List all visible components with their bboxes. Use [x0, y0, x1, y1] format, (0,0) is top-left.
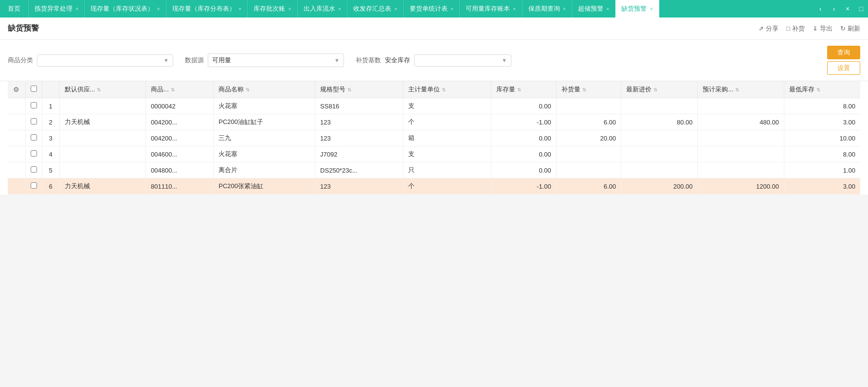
tab-nav-prev[interactable]: ‹	[814, 0, 827, 18]
tab-label: 收发存汇总表	[353, 4, 391, 13]
tab-collect-summary[interactable]: 收发存汇总表 ×	[347, 0, 403, 18]
sort-icon: ⇅	[653, 87, 657, 92]
th-stock-label: 库存量	[496, 85, 515, 94]
category-select[interactable]: ▼	[37, 54, 173, 67]
tab-close-icon[interactable]: ×	[650, 6, 652, 12]
td-unit: 箱	[403, 130, 491, 146]
tab-label: 保质期查询	[528, 4, 560, 13]
td-product-code: 801110...	[146, 178, 214, 194]
td-unit: 只	[403, 162, 491, 178]
tab-close-icon[interactable]: ×	[394, 6, 397, 12]
tab-close-icon[interactable]: ×	[238, 6, 241, 12]
tab-overstock[interactable]: 超储预警 ×	[572, 0, 615, 18]
th-unit[interactable]: 主计量单位 ⇅	[403, 81, 491, 98]
th-product-code[interactable]: 商品... ⇅	[146, 81, 214, 98]
home-tab-label: 首页	[8, 4, 20, 13]
td-min-stock: 3.00	[784, 114, 860, 130]
row-checkbox[interactable]	[31, 134, 37, 141]
sort-icon: ⇅	[171, 87, 175, 92]
tab-close-icon[interactable]: ×	[606, 6, 609, 12]
refresh-button[interactable]: ↻ 刷新	[840, 24, 860, 33]
td-replenish: 6.00	[556, 178, 621, 194]
category-dropdown-icon: ▼	[163, 57, 169, 63]
share-icon: ⇗	[759, 25, 764, 32]
th-supplier[interactable]: 默认供应... ⇅	[59, 81, 146, 98]
td-replenish: 6.00	[556, 114, 621, 130]
sort-icon: ⇅	[97, 87, 101, 92]
th-min-stock[interactable]: 最低库存 ⇅	[784, 81, 860, 98]
td-replenish	[556, 162, 621, 178]
row-checkbox[interactable]	[31, 118, 37, 124]
tab-inventory-dist[interactable]: 现存量（库存分布表） ×	[166, 0, 248, 18]
row-checkbox[interactable]	[31, 166, 37, 173]
td-product-code: 004800...	[146, 162, 214, 178]
td-product-name: 离合片	[214, 162, 315, 178]
th-est-purchase[interactable]: 预计采购... ⇅	[698, 81, 784, 98]
th-replenish[interactable]: 补货量 ⇅	[556, 81, 621, 98]
replenish-button[interactable]: □ 补货	[786, 24, 805, 33]
datasource-filter-label: 数据源	[185, 56, 204, 65]
datasource-select[interactable]: 可用量 ▼	[208, 53, 344, 67]
th-spec[interactable]: 规格型号 ⇅	[315, 81, 403, 98]
export-button[interactable]: ⇓ 导出	[813, 24, 832, 33]
td-latest-price	[621, 130, 698, 146]
row-checkbox[interactable]	[31, 150, 37, 157]
tab-batch-account[interactable]: 库存批次账 ×	[248, 0, 297, 18]
th-latest-price[interactable]: 最新进价 ⇅	[621, 81, 698, 98]
td-spec: 123	[315, 178, 403, 194]
tab-demand-stats[interactable]: 要货单统计表 ×	[404, 0, 460, 18]
tab-close-icon[interactable]: ×	[157, 6, 160, 12]
replenish-basis-select[interactable]: ▼	[414, 54, 511, 67]
td-est-purchase	[698, 162, 784, 178]
tab-inventory-status[interactable]: 现存量（库存状况表） ×	[85, 0, 166, 18]
td-product-name: PC200油缸缸子	[214, 114, 315, 130]
page-container: 缺货预警 ⇗ 分享 □ 补货 ⇓ 导出 ↻ 刷新 商品分类	[0, 18, 868, 194]
tab-window-maximize[interactable]: □	[854, 0, 868, 18]
th-min-stock-label: 最低库存	[789, 85, 814, 94]
filter-actions: 查询 设置	[827, 46, 860, 75]
tab-close-icon[interactable]: ×	[451, 6, 453, 12]
th-est-purchase-label: 预计采购...	[703, 85, 733, 94]
tab-close-icon[interactable]: ×	[563, 6, 566, 12]
tab-inout-flow[interactable]: 出入库流水 ×	[298, 0, 347, 18]
tab-chain-exception[interactable]: 拣货异常处理 ×	[29, 0, 85, 18]
tab-close-icon[interactable]: ×	[513, 6, 516, 12]
query-button[interactable]: 查询	[827, 46, 860, 59]
refresh-label: 刷新	[848, 24, 860, 33]
td-supplier	[59, 130, 146, 146]
tab-available-ledger[interactable]: 可用量库存账本 ×	[460, 0, 522, 18]
td-no: 4	[42, 146, 59, 162]
column-settings-icon[interactable]: ⚙	[13, 86, 19, 93]
tab-close-icon[interactable]: ×	[338, 6, 341, 12]
td-latest-price	[621, 162, 698, 178]
th-product-name-label: 商品名称	[218, 85, 244, 94]
select-all-checkbox[interactable]	[31, 86, 37, 92]
td-spec: DS250*23c...	[315, 162, 403, 178]
td-unit: 支	[403, 98, 491, 114]
td-product-name: 火花塞	[214, 98, 315, 114]
tab-window-close[interactable]: ×	[841, 0, 854, 18]
th-stock[interactable]: 库存量 ⇅	[491, 81, 556, 98]
th-product-name[interactable]: 商品名称 ⇅	[214, 81, 315, 98]
share-button[interactable]: ⇗ 分享	[759, 24, 778, 33]
row-checkbox[interactable]	[31, 102, 37, 108]
tab-close-icon[interactable]: ×	[75, 6, 78, 12]
tab-expiry-query[interactable]: 保质期查询 ×	[523, 0, 572, 18]
td-min-stock: 8.00	[784, 146, 860, 162]
td-supplier	[59, 98, 146, 114]
settings-button[interactable]: 设置	[827, 61, 860, 75]
sort-icon: ⇅	[246, 87, 250, 92]
tab-home[interactable]: 首页	[0, 0, 29, 18]
tab-shortage[interactable]: 缺货预警 ×	[615, 0, 659, 18]
tab-nav-next[interactable]: ›	[827, 0, 841, 18]
data-table: ⚙ 默认供应... ⇅ 商品...	[8, 81, 860, 194]
td-unit: 支	[403, 146, 491, 162]
td-est-purchase: 480.00	[698, 114, 784, 130]
tab-label: 现存量（库存状况表）	[90, 4, 154, 13]
tab-label: 库存批次账	[253, 4, 285, 13]
tab-close-icon[interactable]: ×	[288, 6, 291, 12]
sort-icon: ⇅	[735, 87, 739, 92]
row-checkbox[interactable]	[31, 182, 37, 189]
tab-label: 现存量（库存分布表）	[172, 4, 235, 13]
td-supplier	[59, 146, 146, 162]
